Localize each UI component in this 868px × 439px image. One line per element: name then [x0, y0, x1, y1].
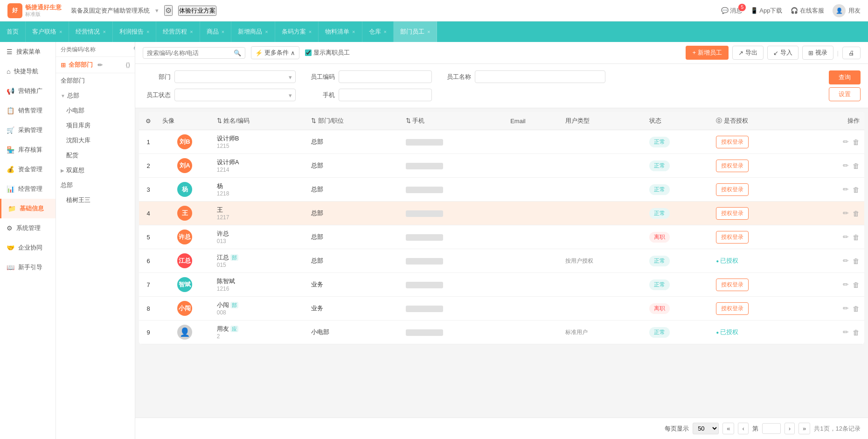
print-btn[interactable]: 🖨	[842, 47, 861, 59]
edit-btn[interactable]: ✏	[843, 138, 849, 146]
last-page-btn[interactable]: »	[799, 423, 810, 434]
auth-btn[interactable]: 授权登录	[716, 302, 749, 315]
nav-tab-客户联络[interactable]: 客户联络 ×	[26, 21, 69, 42]
sidebar-item-marketing[interactable]: 📢营销推广	[0, 81, 56, 101]
close-tab-icon[interactable]: ×	[265, 29, 268, 35]
auth-btn[interactable]: 授权登录	[716, 207, 749, 220]
edit-btn[interactable]: ✏	[843, 185, 849, 194]
nav-tab-部门员工[interactable]: 部门员工 ×	[394, 21, 437, 42]
employee-search-input[interactable]	[147, 49, 231, 56]
close-tab-icon[interactable]: ×	[384, 29, 387, 35]
per-page-select[interactable]: 50 100	[693, 423, 719, 434]
nav-tab-利润报告[interactable]: 利润报告 ×	[113, 21, 156, 42]
set-btn[interactable]: 设置	[829, 87, 861, 101]
delete-btn[interactable]: 🗑	[853, 328, 860, 336]
dept-search-input[interactable]	[61, 46, 131, 53]
sidebar-item-enterprise[interactable]: 🤝企业协同	[0, 238, 56, 258]
delete-btn[interactable]: 🗑	[853, 257, 860, 265]
edit-btn[interactable]: ✏	[843, 280, 849, 289]
sidebar-item-system[interactable]: ⚙系统管理	[0, 218, 56, 238]
edit-btn[interactable]: ✏	[843, 161, 849, 170]
gear-button[interactable]: ⚙	[164, 5, 173, 16]
close-tab-icon[interactable]: ×	[427, 29, 430, 35]
auth-btn[interactable]: 授权登录	[716, 136, 749, 148]
edit-btn[interactable]: ✏	[843, 257, 849, 265]
close-tab-icon[interactable]: ×	[146, 29, 149, 35]
close-tab-icon[interactable]: ×	[190, 29, 193, 35]
sidebar-item-purchase[interactable]: 🛒采购管理	[0, 120, 56, 140]
title-dropdown[interactable]: ▾	[155, 7, 159, 14]
sidebar-item-basic-info[interactable]: 📁基础信息	[0, 199, 56, 218]
auth-btn[interactable]: 授权登录	[716, 183, 749, 196]
delete-btn[interactable]: 🗑	[853, 209, 860, 217]
sidebar-item-search[interactable]: ☰搜索菜单	[0, 42, 56, 62]
nav-tab-条码方案[interactable]: 条码方案 ×	[275, 21, 319, 42]
dept-select[interactable]	[174, 70, 296, 83]
sidebar-item-operations[interactable]: 📊经营管理	[0, 179, 56, 199]
page-input[interactable]: 1	[762, 423, 781, 434]
emp-name-input[interactable]	[475, 70, 605, 83]
add-employee-btn[interactable]: + 新增员工	[686, 46, 728, 60]
dept-node-project[interactable]: 项目库房	[56, 118, 135, 133]
dept-node-hq2[interactable]: 总部	[56, 178, 135, 193]
next-page-btn[interactable]: ›	[785, 423, 795, 434]
dept-node-all[interactable]: 全部部门	[56, 73, 135, 88]
online-service-btn[interactable]: 🎧 在线客服	[791, 7, 824, 15]
emp-status-select[interactable]	[174, 89, 296, 101]
nav-tab-经营历程[interactable]: 经营历程 ×	[156, 21, 200, 42]
nav-tab-首页[interactable]: 首页	[0, 21, 26, 42]
view-btn[interactable]: ⊞ 视录	[802, 46, 833, 60]
show-resigned-checkbox[interactable]: 显示离职员工	[305, 49, 350, 57]
emp-code-input[interactable]	[339, 70, 432, 83]
avatar-cell: 智斌	[158, 273, 212, 297]
nav-tab-新增商品[interactable]: 新增商品 ×	[231, 21, 275, 42]
edit-btn[interactable]: ✏	[843, 328, 849, 336]
delete-btn[interactable]: 🗑	[853, 305, 860, 313]
nav-tab-物料清单[interactable]: 物料清单 ×	[319, 21, 362, 42]
dept-node-double-dream[interactable]: ▶双庭想	[56, 163, 135, 178]
query-btn[interactable]: 查询	[829, 70, 861, 84]
trial-button[interactable]: 体验行业方案	[178, 6, 216, 16]
dept-node-small-elec[interactable]: 小电部	[56, 103, 135, 118]
dept-settings-icon[interactable]: ✏	[97, 62, 103, 69]
more-filter-btn[interactable]: ⚡ 更多条件 ∧	[251, 46, 299, 59]
sidebar-item-inventory[interactable]: 🏪库存核算	[0, 140, 56, 160]
dept-node-distribution[interactable]: 配货	[56, 148, 135, 163]
phone-input[interactable]	[339, 89, 432, 101]
close-tab-icon[interactable]: ×	[309, 29, 312, 35]
auth-btn[interactable]: 授权登录	[716, 231, 749, 244]
sidebar-item-finance[interactable]: 💰资金管理	[0, 160, 56, 179]
sidebar-item-sales[interactable]: 📋销售管理	[0, 101, 56, 120]
sidebar-item-guide[interactable]: 📖新手引导	[0, 258, 56, 277]
delete-btn[interactable]: 🗑	[853, 186, 860, 194]
app-download-btn[interactable]: 📱 App下载	[750, 7, 782, 15]
dept-collapse-btn[interactable]: ⟨⟩	[125, 62, 130, 69]
nav-tab-仓库[interactable]: 仓库 ×	[362, 21, 394, 42]
delete-btn[interactable]: 🗑	[853, 281, 860, 289]
import-btn[interactable]: ↙ 导入	[767, 46, 799, 60]
auth-btn[interactable]: 授权登录	[716, 160, 749, 172]
col-settings[interactable]: ⚙	[139, 112, 158, 130]
dept-node-shenyang[interactable]: 沈阳大库	[56, 133, 135, 148]
prev-page-btn[interactable]: ‹	[738, 423, 748, 434]
delete-btn[interactable]: 🗑	[853, 233, 860, 241]
edit-btn[interactable]: ✏	[843, 304, 849, 313]
dept-node-hq[interactable]: ▼总部	[56, 88, 135, 103]
user-avatar[interactable]: 👤	[833, 4, 846, 17]
sidebar-item-quick-nav[interactable]: ⌂快捷导航	[0, 62, 56, 81]
auth-btn[interactable]: 授权登录	[716, 279, 749, 291]
delete-btn[interactable]: 🗑	[853, 138, 860, 146]
delete-btn[interactable]: 🗑	[853, 162, 860, 170]
message-btn[interactable]: 💬 消息 5	[721, 7, 743, 15]
nav-tab-商品[interactable]: 商品 ×	[200, 21, 231, 42]
nav-tab-经营情况[interactable]: 经营情况 ×	[69, 21, 112, 42]
edit-btn[interactable]: ✏	[843, 233, 849, 241]
close-tab-icon[interactable]: ×	[352, 29, 355, 35]
first-page-btn[interactable]: «	[722, 423, 734, 434]
export-btn[interactable]: ↗ 导出	[732, 46, 764, 60]
edit-btn[interactable]: ✏	[843, 209, 849, 217]
dept-node-planting[interactable]: 植树王三	[56, 193, 135, 208]
close-tab-icon[interactable]: ×	[103, 29, 105, 35]
close-tab-icon[interactable]: ×	[59, 29, 62, 35]
close-tab-icon[interactable]: ×	[222, 29, 224, 35]
